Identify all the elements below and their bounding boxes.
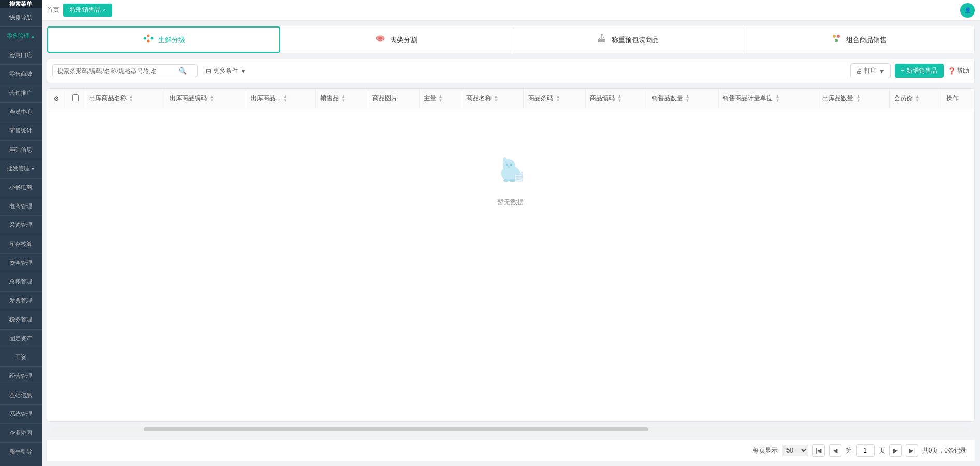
sidebar-item-sys-mgmt[interactable]: 系统管理 [0, 405, 42, 423]
close-tab-icon[interactable]: × [103, 7, 106, 13]
tab-weight-pkg[interactable]: 称重预包装商品 [512, 26, 743, 53]
sidebar-item-quick-nav[interactable]: 快捷导航 [0, 8, 42, 27]
page-number-input[interactable]: 1 [856, 444, 875, 457]
sidebar-item-basic-info2[interactable]: 基础信息 [0, 386, 42, 405]
sidebar-item-ecom-mgmt[interactable]: 电商管理 [0, 197, 42, 216]
sort-icon[interactable]: ▲▼ [341, 94, 346, 103]
th-sales-unit: 销售商品计量单位 ▲▼ [719, 89, 818, 108]
tab-fresh-grade[interactable]: 生鲜分级 [47, 26, 280, 53]
help-label: 帮助 [957, 66, 969, 75]
page-num-label: 第 [846, 446, 852, 455]
sidebar-item-retail-mall[interactable]: 零售商城 [0, 65, 42, 84]
toolbar-right: 🖨 打印 ▼ + 新增销售品 ❓ 帮助 [850, 63, 969, 78]
page-content: 生鲜分级 肉类分割 [42, 21, 980, 466]
per-page-select[interactable]: 50 10 20 100 [782, 445, 808, 456]
svg-point-21 [509, 179, 515, 182]
th-gear[interactable]: ⚙ [47, 89, 66, 108]
search-wrapper[interactable]: 🔍 [52, 64, 198, 77]
sidebar-item-basic-info[interactable]: 基础信息 [0, 141, 42, 159]
horizontal-scrollbar[interactable] [52, 427, 970, 431]
combo-sale-icon [831, 34, 842, 46]
next-page-button[interactable]: ▶ [889, 444, 902, 457]
sidebar-item-ops-mgmt[interactable]: 经营管理 [0, 367, 42, 386]
svg-point-13 [835, 39, 838, 42]
th-out-qty: 出库品数量 ▲▼ [818, 89, 889, 108]
svg-point-2 [147, 40, 149, 43]
topbar-active-tab[interactable]: 特殊销售品 × [63, 4, 112, 17]
filter-button[interactable]: ⊟ 更多条件 ▼ [202, 64, 251, 77]
svg-point-17 [506, 164, 508, 166]
search-input[interactable] [57, 67, 176, 75]
svg-point-20 [503, 179, 509, 182]
fresh-grade-icon [143, 34, 154, 46]
th-product-image: 商品图片 [368, 89, 419, 108]
sidebar-item-biz-agreement[interactable]: 企业协同 [0, 424, 42, 443]
printer-icon: 🖨 [856, 67, 862, 75]
sidebar-item-retail-mgmt[interactable]: 零售管理 ▲ [0, 27, 42, 46]
help-button[interactable]: ❓ 帮助 [948, 66, 969, 75]
sidebar-item-fund-mgmt[interactable]: 资金管理 [0, 254, 42, 272]
prev-page-button[interactable]: ◀ [829, 444, 841, 457]
chevron-down-icon: ▲ [31, 34, 35, 39]
chevron-down-icon: ▼ [31, 167, 35, 171]
sidebar-item-inventory[interactable]: 库存核算 [0, 235, 42, 254]
sidebar-item-mini-ecom[interactable]: 小畅电商 [0, 179, 42, 197]
select-all-checkbox[interactable] [72, 94, 79, 101]
sort-icon[interactable]: ▲▼ [915, 94, 919, 103]
topbar: 首页 特殊销售品 × 👤 [42, 0, 980, 21]
th-product-code: 商品编码 ▲▼ [586, 89, 647, 108]
sidebar-item-general-ledger[interactable]: 总账管理 [0, 272, 42, 291]
first-page-button[interactable]: |◀ [812, 444, 825, 457]
th-weight: 主量 ▲▼ [419, 89, 462, 108]
print-button[interactable]: 🖨 打印 ▼ [850, 63, 891, 78]
empty-state: 暂无数据 [47, 108, 974, 249]
sidebar-item-retail-stats[interactable]: 零售统计 [0, 121, 42, 140]
gear-icon[interactable]: ⚙ [53, 95, 59, 102]
sidebar-item-payroll[interactable]: 工资 [0, 348, 42, 367]
tab-meat-cut[interactable]: 肉类分割 [280, 26, 512, 53]
empty-text: 暂无数据 [497, 198, 524, 207]
sort-icon[interactable]: ▲▼ [857, 94, 861, 103]
sidebar-item-newbie-guide[interactable]: 新手引导 [0, 443, 42, 461]
table-container: ⚙ 出库商品名称 ▲▼ 出库商品编码 ▲▼ [47, 88, 975, 422]
sidebar-item-purchase-mgmt[interactable]: 采购管理 [0, 216, 42, 235]
sidebar-item-marketing[interactable]: 营销推广 [0, 84, 42, 103]
svg-point-3 [150, 37, 153, 40]
sidebar-item-tax-mgmt[interactable]: 税务管理 [0, 310, 42, 329]
th-checkbox[interactable] [66, 89, 85, 108]
sort-icon[interactable]: ▲▼ [556, 94, 560, 103]
th-member-price: 会员价 ▲▼ [889, 89, 942, 108]
sidebar-item-wholesale-mgmt[interactable]: 批发管理 ▼ [0, 159, 42, 178]
svg-point-8 [601, 34, 603, 36]
tab-label: 特殊销售品 [70, 6, 101, 15]
sort-icon[interactable]: ▲▼ [439, 94, 443, 103]
tab-combo-sale[interactable]: 组合商品销售 [743, 26, 974, 53]
svg-point-5 [378, 37, 382, 40]
category-tabs: 生鲜分级 肉类分割 [47, 26, 975, 53]
print-label: 打印 [864, 66, 877, 75]
sidebar-item-settings[interactable]: ⚙ [0, 461, 42, 466]
sidebar-item-member-center[interactable]: 会员中心 [0, 103, 42, 121]
pagination-bar: 每页显示 50 10 20 100 |◀ ◀ 第 1 页 ▶ ▶| 共0页，0条… [47, 440, 975, 461]
svg-point-12 [837, 35, 840, 38]
sort-icon[interactable]: ▲▼ [283, 94, 287, 103]
page-suffix-label: 页 [879, 446, 885, 455]
th-out-product-x: 出库商品... ▲▼ [246, 89, 315, 108]
sort-icon[interactable]: ▲▼ [617, 94, 622, 103]
last-page-button[interactable]: ▶| [906, 444, 918, 457]
sidebar-item-smart-store[interactable]: 智慧门店 [0, 46, 42, 65]
search-icon[interactable]: 🔍 [178, 67, 187, 75]
toolbar: 🔍 ⊟ 更多条件 ▼ 🖨 打印 ▼ + 新增销售品 ❓ 帮助 [47, 59, 975, 83]
sidebar-item-invoice-mgmt[interactable]: 发票管理 [0, 292, 42, 310]
sidebar-item-fixed-assets[interactable]: 固定资产 [0, 330, 42, 348]
svg-point-0 [143, 37, 146, 40]
sort-icon[interactable]: ▲▼ [685, 94, 689, 103]
th-out-product-name: 出库商品名称 ▲▼ [85, 89, 165, 108]
add-product-button[interactable]: + 新增销售品 [895, 64, 944, 78]
sort-icon[interactable]: ▲▼ [129, 94, 133, 103]
sort-icon[interactable]: ▲▼ [210, 94, 214, 103]
topbar-home-link[interactable]: 首页 [47, 6, 59, 15]
sort-icon[interactable]: ▲▼ [494, 94, 498, 103]
scrollbar-thumb [144, 427, 648, 431]
sort-icon[interactable]: ▲▼ [776, 94, 780, 103]
